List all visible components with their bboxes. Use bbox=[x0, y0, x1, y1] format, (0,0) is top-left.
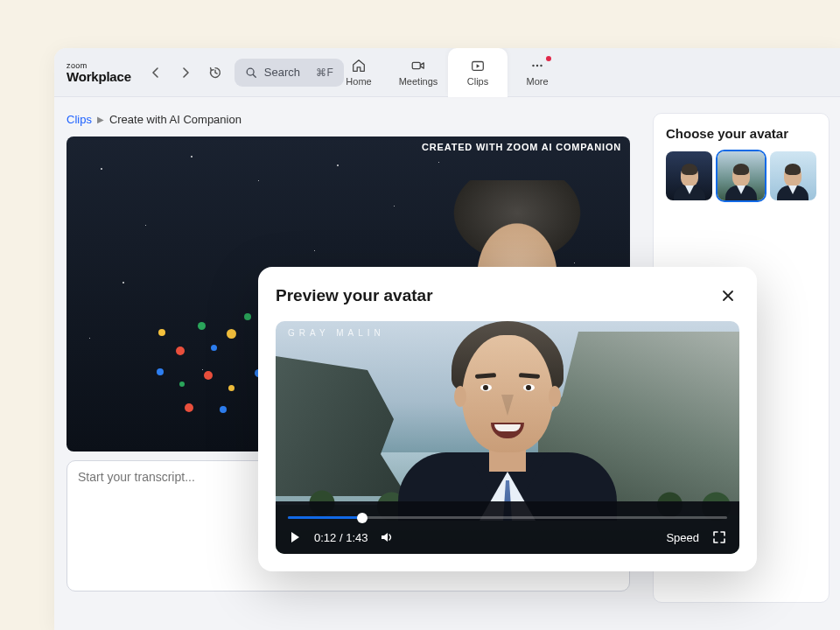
avatar-person bbox=[398, 321, 617, 521]
fullscreen-button[interactable] bbox=[711, 529, 727, 545]
svg-point-5 bbox=[536, 65, 539, 67]
forward-button[interactable] bbox=[175, 62, 196, 83]
svg-point-6 bbox=[540, 65, 542, 67]
tab-home-label: Home bbox=[346, 76, 371, 87]
logo-bottom: Workplace bbox=[66, 70, 131, 83]
avatar-option-0[interactable] bbox=[666, 151, 712, 200]
video-icon bbox=[410, 58, 426, 74]
close-icon bbox=[721, 289, 735, 303]
tab-more-label: More bbox=[526, 76, 548, 87]
chevron-right-icon: ▶ bbox=[97, 115, 104, 124]
search-icon bbox=[245, 66, 257, 79]
preview-avatar-modal: Preview your avatar GRAY MALIN bbox=[258, 267, 757, 571]
notification-dot-icon bbox=[546, 56, 551, 61]
search-placeholder: Search bbox=[264, 66, 300, 79]
search-input[interactable]: Search ⌘F bbox=[234, 59, 344, 87]
app-logo: zoom Workplace bbox=[66, 62, 131, 83]
tab-clips[interactable]: Clips bbox=[448, 48, 508, 97]
avatar-list bbox=[666, 151, 816, 200]
cliff-left bbox=[276, 356, 407, 496]
play-button[interactable] bbox=[288, 530, 302, 544]
video-controls: 0:12 / 1:43 Speed bbox=[276, 501, 739, 554]
chevron-right-icon bbox=[180, 67, 191, 78]
topbar: zoom Workplace Search ⌘F Home Meetings bbox=[54, 48, 840, 97]
time-display: 0:12 / 1:43 bbox=[314, 531, 368, 544]
svg-line-1 bbox=[253, 74, 256, 77]
speed-button[interactable]: Speed bbox=[666, 531, 699, 544]
breadcrumb-current: Create with AI Companion bbox=[109, 113, 242, 126]
breadcrumb-root[interactable]: Clips bbox=[66, 113, 92, 126]
top-tabs: Home Meetings Clips More bbox=[329, 48, 567, 97]
svg-rect-2 bbox=[412, 62, 420, 68]
home-icon bbox=[351, 58, 367, 74]
seek-bar[interactable] bbox=[288, 516, 727, 519]
clips-icon bbox=[470, 58, 486, 74]
avatar-option-2[interactable] bbox=[770, 151, 816, 200]
avatar-video-preview[interactable]: GRAY MALIN 0:12 / 1:43 bbox=[276, 321, 739, 554]
close-button[interactable] bbox=[717, 284, 739, 307]
modal-header: Preview your avatar bbox=[276, 284, 739, 307]
breadcrumb: Clips ▶ Create with AI Companion bbox=[66, 113, 640, 126]
ai-badge: CREATED WITH ZOOM AI COMPANION bbox=[422, 142, 621, 152]
avatar-panel-title: Choose your avatar bbox=[666, 126, 816, 141]
back-button[interactable] bbox=[145, 62, 166, 83]
tab-meetings-label: Meetings bbox=[399, 76, 438, 87]
history-button[interactable] bbox=[205, 62, 226, 83]
modal-title: Preview your avatar bbox=[276, 286, 433, 305]
chevron-left-icon bbox=[150, 67, 161, 78]
tab-clips-label: Clips bbox=[467, 76, 488, 87]
volume-button[interactable] bbox=[380, 530, 394, 544]
tab-meetings[interactable]: Meetings bbox=[388, 48, 448, 97]
tab-more[interactable]: More bbox=[508, 48, 567, 97]
svg-point-4 bbox=[532, 65, 535, 67]
preview-watermark: GRAY MALIN bbox=[288, 328, 385, 338]
tab-home[interactable]: Home bbox=[329, 48, 388, 97]
avatar-option-1[interactable] bbox=[718, 151, 764, 200]
more-icon bbox=[529, 58, 545, 74]
history-icon bbox=[207, 65, 223, 80]
